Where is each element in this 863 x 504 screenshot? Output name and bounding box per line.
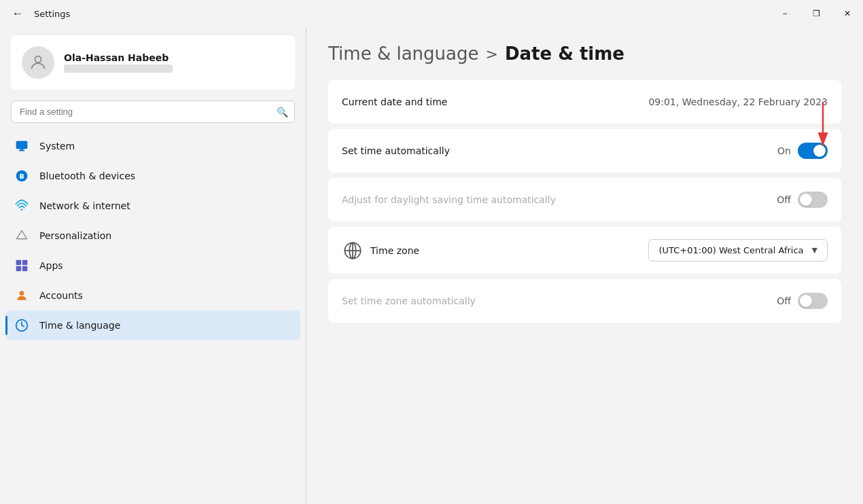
timezone-label-group: Time zone — [342, 240, 419, 262]
current-datetime-card: Current date and time 09:01, Wednesday, … — [328, 80, 841, 124]
set-time-toggle-label: On — [777, 145, 791, 156]
sidebar-item-accounts[interactable]: Accounts — [5, 281, 300, 310]
set-time-toggle-knob — [813, 145, 826, 157]
svg-text:ʙ: ʙ — [19, 171, 24, 181]
sidebar-item-time[interactable]: Time & language — [5, 310, 300, 340]
sidebar-item-apps-label: Apps — [39, 260, 63, 271]
auto-timezone-toggle-group: Off — [777, 293, 828, 309]
timezone-icon — [342, 240, 364, 262]
auto-timezone-card: Set time zone automatically Off — [328, 279, 841, 323]
sidebar-item-bluetooth-label: Bluetooth & devices — [39, 170, 135, 181]
sidebar: Ola-Hassan Habeeb 🔍 System ʙ — [0, 27, 306, 504]
search-box: 🔍 — [11, 101, 295, 123]
time-icon — [14, 317, 30, 334]
svg-point-0 — [35, 56, 41, 62]
user-card[interactable]: Ola-Hassan Habeeb — [11, 35, 295, 90]
chevron-down-icon: ▼ — [812, 246, 817, 255]
nav-list: System ʙ Bluetooth & devices — [0, 131, 306, 340]
app-title: Settings — [34, 9, 70, 19]
auto-timezone-row: Set time zone automatically Off — [342, 279, 828, 323]
svg-rect-8 — [22, 260, 28, 266]
sidebar-item-system[interactable]: System — [5, 131, 300, 161]
user-info: Ola-Hassan Habeeb — [64, 52, 284, 73]
svg-rect-10 — [22, 266, 28, 272]
breadcrumb-parent: Time & language — [328, 43, 478, 64]
breadcrumb-current: Date & time — [505, 43, 624, 64]
system-icon — [14, 138, 30, 154]
network-icon — [14, 198, 30, 214]
auto-timezone-toggle[interactable] — [798, 293, 828, 309]
auto-timezone-toggle-label: Off — [777, 295, 791, 306]
sidebar-item-apps[interactable]: Apps — [5, 251, 300, 281]
sidebar-item-bluetooth[interactable]: ʙ Bluetooth & devices — [5, 161, 300, 191]
daylight-toggle-group: Off — [777, 192, 828, 208]
breadcrumb: Time & language > Date & time — [328, 43, 841, 64]
timezone-label: Time zone — [370, 245, 419, 256]
auto-timezone-toggle-knob — [800, 295, 812, 307]
search-input[interactable] — [11, 101, 295, 123]
titlebar: ← Settings − ❐ ✕ — [0, 0, 863, 27]
daylight-saving-card: Adjust for daylight saving time automati… — [328, 178, 841, 221]
svg-rect-7 — [16, 260, 22, 266]
timezone-row: Time zone (UTC+01:00) West Central Afric… — [342, 227, 828, 274]
current-datetime-row: Current date and time 09:01, Wednesday, … — [342, 80, 828, 124]
user-email — [64, 65, 173, 73]
minimize-button[interactable]: − — [769, 0, 800, 27]
set-time-toggle[interactable] — [798, 143, 828, 159]
svg-rect-3 — [20, 149, 24, 150]
sidebar-item-personalization-label: Personalization — [39, 230, 111, 241]
set-time-card: Set time automatically On — [328, 129, 841, 173]
sidebar-item-network-label: Network & internet — [39, 200, 130, 211]
close-button[interactable]: ✕ — [832, 0, 863, 27]
daylight-saving-label: Adjust for daylight saving time automati… — [342, 194, 556, 205]
sidebar-item-network[interactable]: Network & internet — [5, 191, 300, 221]
svg-rect-9 — [16, 266, 22, 272]
back-button[interactable]: ← — [8, 5, 27, 22]
apps-icon — [14, 257, 30, 274]
avatar — [22, 46, 54, 79]
timezone-card: Time zone (UTC+01:00) West Central Afric… — [328, 227, 841, 274]
daylight-toggle-knob — [800, 194, 812, 206]
svg-point-11 — [20, 291, 24, 295]
sidebar-item-personalization[interactable]: Personalization — [5, 221, 300, 251]
titlebar-left: ← Settings — [8, 5, 70, 22]
daylight-saving-row: Adjust for daylight saving time automati… — [342, 178, 828, 221]
window-controls: − ❐ ✕ — [769, 0, 863, 27]
svg-rect-1 — [16, 141, 28, 149]
sidebar-item-system-label: System — [39, 141, 75, 151]
maximize-button[interactable]: ❐ — [800, 0, 832, 27]
set-time-toggle-group: On — [777, 143, 828, 159]
sidebar-item-time-label: Time & language — [39, 320, 120, 331]
daylight-toggle-label: Off — [777, 194, 791, 205]
sidebar-item-accounts-label: Accounts — [39, 290, 83, 301]
main-content: Time & language > Date & time Current da… — [306, 27, 863, 504]
breadcrumb-separator: > — [485, 46, 497, 62]
accounts-icon — [14, 287, 30, 304]
timezone-dropdown[interactable]: (UTC+01:00) West Central Africa ▼ — [648, 239, 828, 262]
auto-timezone-label: Set time zone automatically — [342, 295, 476, 306]
svg-point-6 — [21, 209, 23, 211]
user-name: Ola-Hassan Habeeb — [64, 52, 284, 63]
set-time-row: Set time automatically On — [342, 129, 828, 173]
daylight-toggle[interactable] — [798, 192, 828, 208]
current-datetime-label: Current date and time — [342, 96, 447, 107]
timezone-value: (UTC+01:00) West Central Africa — [658, 245, 803, 255]
svg-rect-2 — [19, 150, 24, 151]
bluetooth-icon: ʙ — [14, 168, 30, 184]
app-body: Ola-Hassan Habeeb 🔍 System ʙ — [0, 27, 863, 504]
search-icon: 🔍 — [277, 107, 288, 118]
personalization-icon — [14, 228, 30, 244]
current-datetime-value: 09:01, Wednesday, 22 February 2023 — [648, 96, 828, 107]
set-time-label: Set time automatically — [342, 145, 450, 156]
